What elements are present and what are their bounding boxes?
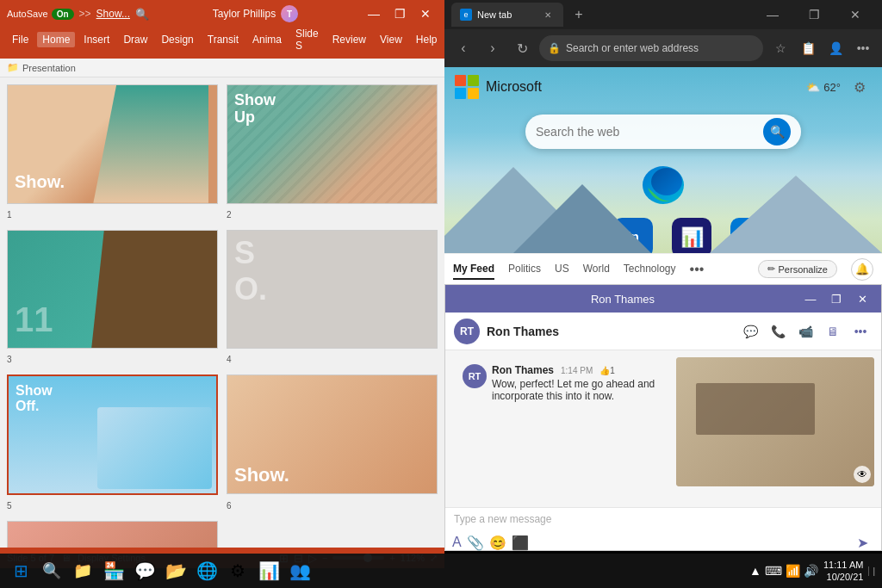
collections-icon[interactable]: 📋 <box>796 36 820 60</box>
bing-search-box[interactable]: 🔍 <box>525 115 801 149</box>
feed-tab-politics[interactable]: Politics <box>508 259 541 280</box>
grid-cell-4 <box>468 88 479 99</box>
teams-maximize-btn[interactable]: ❐ <box>824 288 848 309</box>
taskbar-store[interactable]: 🏪 <box>100 557 127 585</box>
start-button[interactable]: ⊞ <box>7 557 34 585</box>
slide-number-2: 2 <box>227 210 232 220</box>
ms-grid-icon[interactable] <box>455 75 479 99</box>
feed-tab-myfeed[interactable]: My Feed <box>453 259 494 280</box>
message-time: 1:14 PM <box>561 366 593 375</box>
teams-titlebar: Ron Thames — ❐ ✕ <box>445 285 881 313</box>
mountain-scene <box>444 167 882 253</box>
taskbar-settings[interactable]: ⚙ <box>224 557 252 585</box>
refresh-btn[interactable]: ↻ <box>510 36 534 60</box>
format-icon[interactable]: A <box>452 535 462 550</box>
taskbar-search[interactable]: 🔍 <box>38 557 65 585</box>
feed-tab-us[interactable]: US <box>555 259 569 280</box>
menu-anima[interactable]: Anima <box>247 32 287 47</box>
ppt-close-btn[interactable]: ✕ <box>413 4 438 23</box>
slide-thumb-3[interactable]: 11 <box>7 230 218 350</box>
address-text: Search or enter web address <box>566 42 699 54</box>
slide-inner-3: 11 <box>8 231 217 349</box>
favorites-icon[interactable]: ☆ <box>768 36 792 60</box>
tray-keyboard[interactable]: ⌨ <box>765 564 782 578</box>
menu-home[interactable]: Home <box>37 32 75 47</box>
teams-minimize-btn[interactable]: — <box>798 288 823 309</box>
teams-video-icon[interactable]: 📹 <box>793 319 817 344</box>
feed-more-btn[interactable]: ••• <box>690 262 705 277</box>
slide5-text: ShowOff. <box>16 383 53 413</box>
teams-more-icon[interactable]: ••• <box>848 319 873 344</box>
notification-bell[interactable]: 🔔 <box>851 258 873 281</box>
menu-view[interactable]: View <box>375 32 407 47</box>
tray-volume[interactable]: 🔊 <box>804 564 818 578</box>
slide-thumb-2[interactable]: ShowUp <box>227 84 438 204</box>
forward-btn[interactable]: › <box>481 36 505 60</box>
bing-search-input[interactable] <box>536 125 756 139</box>
slide-thumb-4[interactable]: SO. <box>227 230 438 350</box>
image-overlay-icon: 👁 <box>854 466 871 483</box>
teams-call-icon[interactable]: 📞 <box>766 319 790 344</box>
menu-draw[interactable]: Draw <box>118 32 152 47</box>
slide-thumb-1[interactable]: Show. <box>7 84 218 204</box>
teams-close-btn[interactable]: ✕ <box>850 288 874 309</box>
browser-minimize-btn[interactable]: — <box>753 1 792 28</box>
autosave-label: AutoSave <box>7 9 48 19</box>
ms-settings-icon[interactable]: ⚙ <box>848 75 872 99</box>
slide-wrapper-1: Show. 1 <box>7 84 218 204</box>
gif-icon[interactable]: ⬛ <box>512 535 529 551</box>
browser-tab-newtab[interactable]: e New tab ✕ <box>451 3 563 27</box>
menu-insert[interactable]: Insert <box>78 32 115 47</box>
personalize-btn[interactable]: ✏ Personalize <box>758 260 837 278</box>
browser-close-btn[interactable]: ✕ <box>835 1 875 28</box>
message-text: Wow, perfect! Let me go ahead and incorp… <box>492 378 659 402</box>
show-presentations[interactable]: Show... <box>96 8 130 20</box>
taskbar-edge[interactable]: 🌐 <box>193 557 220 585</box>
menu-slides[interactable]: Slide S <box>290 26 324 53</box>
feed-tab-technology[interactable]: Technology <box>624 259 676 280</box>
teams-window-controls: — ❐ ✕ <box>798 288 874 309</box>
menu-transit[interactable]: Transit <box>202 32 244 47</box>
attach-icon[interactable]: 📎 <box>467 535 484 551</box>
slide-thumb-6[interactable]: Show. <box>227 374 438 494</box>
profile-icon[interactable]: 👤 <box>823 36 848 60</box>
browser-maximize-btn[interactable]: ❐ <box>794 1 834 28</box>
send-button[interactable]: ➤ <box>850 530 874 554</box>
ppt-maximize-btn[interactable]: ❐ <box>388 4 412 23</box>
new-tab-btn[interactable]: + <box>567 3 591 27</box>
emoji-icon[interactable]: 😊 <box>489 535 506 551</box>
teams-chat-icon[interactable]: 💬 <box>738 319 762 344</box>
show-desktop-btn[interactable]: | <box>868 566 875 576</box>
new-tab-page: Microsoft ⛅ 62° ⚙ 🔍 <box>444 67 882 284</box>
taskbar-clock[interactable]: 11:11 AM 10/20/21 <box>823 559 863 584</box>
autosave-toggle[interactable]: On <box>52 9 74 20</box>
menu-review[interactable]: Review <box>327 32 371 47</box>
tab-close-btn[interactable]: ✕ <box>541 8 555 22</box>
tray-chevron[interactable]: ▲ <box>749 564 761 578</box>
teams-image-preview: 👁 <box>676 357 874 486</box>
tray-wifi[interactable]: 📶 <box>786 564 800 578</box>
menu-help[interactable]: Help <box>411 32 443 47</box>
teams-screen-icon[interactable]: 🖥 <box>821 319 845 344</box>
ppt-minimize-btn[interactable]: — <box>362 4 386 23</box>
back-btn[interactable]: ‹ <box>451 36 475 60</box>
teams-input-field[interactable]: Type a new message <box>445 508 881 530</box>
slide3-figure <box>91 231 217 349</box>
bing-search-button[interactable]: 🔍 <box>763 118 791 145</box>
slide6-text: Show. <box>234 464 289 486</box>
settings-dots-icon[interactable]: ••• <box>851 36 875 60</box>
slide-thumb-7[interactable] <box>7 521 218 548</box>
address-bar[interactable]: 🔒 Search or enter web address <box>539 35 763 61</box>
search-btn[interactable]: 🔍 <box>135 8 149 21</box>
taskbar-powerpoint[interactable]: 📊 <box>255 557 283 585</box>
menu-file[interactable]: File <box>7 32 34 47</box>
taskbar-files[interactable]: 📁 <box>69 557 96 585</box>
breadcrumb: 📁 Presentation <box>0 59 444 77</box>
slide-thumb-5[interactable]: ShowOff. <box>7 374 218 495</box>
taskbar-explorer[interactable]: 📂 <box>162 557 189 585</box>
feed-tab-world[interactable]: World <box>583 259 610 280</box>
teams-input-bar: Type a new message A 📎 😊 ⬛ ➤ <box>445 507 881 550</box>
menu-design[interactable]: Design <box>156 32 198 47</box>
taskbar-teams-chat[interactable]: 💬 <box>131 557 158 585</box>
taskbar-teams[interactable]: 👥 <box>286 557 314 585</box>
